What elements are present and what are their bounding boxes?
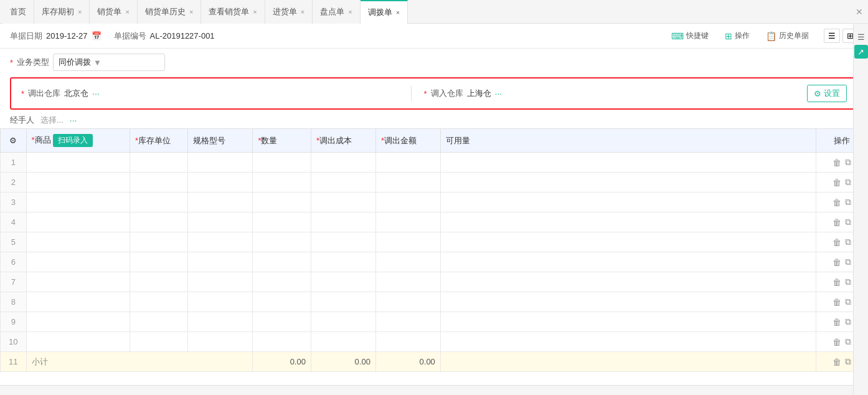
- cell-qty-4[interactable]: [253, 212, 311, 232]
- cell-qty-6[interactable]: [253, 252, 311, 272]
- sidebar-external-icon[interactable]: ↗: [854, 45, 868, 59]
- delete-icon-7[interactable]: 🗑: [833, 277, 841, 287]
- tab-sales-history-close[interactable]: ×: [189, 8, 193, 16]
- cell-available-7[interactable]: [440, 272, 816, 292]
- cell-qty-8[interactable]: [253, 292, 311, 312]
- copy-icon-2[interactable]: ⧉: [845, 177, 851, 188]
- tab-inventory-init[interactable]: 库存期初 ×: [34, 0, 90, 24]
- copy-icon-5[interactable]: ⧉: [845, 237, 851, 247]
- copy-icon-7[interactable]: ⧉: [845, 277, 851, 287]
- cell-unit-2[interactable]: [130, 173, 188, 193]
- cell-amount-10[interactable]: [375, 332, 440, 352]
- copy-icon-3[interactable]: ⧉: [845, 197, 851, 207]
- cell-qty-5[interactable]: [253, 232, 311, 252]
- tab-view-sales[interactable]: 查看销货单 ×: [201, 0, 265, 24]
- cell-amount-6[interactable]: [375, 252, 440, 272]
- cell-cost-4[interactable]: [311, 212, 375, 232]
- th-gear[interactable]: ⚙: [1, 129, 27, 153]
- cell-available-10[interactable]: [440, 332, 816, 352]
- cell-available-6[interactable]: [440, 252, 816, 272]
- tab-view-sales-close[interactable]: ×: [253, 8, 257, 16]
- tab-sales-order-close[interactable]: ×: [125, 8, 129, 16]
- delete-icon-3[interactable]: 🗑: [833, 198, 841, 207]
- cell-unit-6[interactable]: [130, 252, 188, 272]
- cell-spec-1[interactable]: [188, 153, 253, 173]
- cell-cost-1[interactable]: [311, 153, 375, 173]
- close-all-tabs[interactable]: ✕: [856, 7, 863, 17]
- cell-spec-4[interactable]: [188, 212, 253, 232]
- cell-spec-2[interactable]: [188, 173, 253, 193]
- warehouse-in-more[interactable]: ···: [495, 88, 502, 98]
- subtotal-copy-icon[interactable]: ⧉: [845, 356, 851, 367]
- cell-qty-1[interactable]: [253, 153, 311, 173]
- copy-icon-1[interactable]: ⧉: [845, 157, 851, 168]
- cell-unit-5[interactable]: [130, 232, 188, 252]
- cell-cost-9[interactable]: [311, 312, 375, 332]
- cell-product-4[interactable]: [26, 212, 130, 232]
- cell-qty-3[interactable]: [253, 193, 311, 212]
- cell-amount-4[interactable]: [375, 212, 440, 232]
- cell-cost-7[interactable]: [311, 272, 375, 292]
- delete-icon-8[interactable]: 🗑: [833, 297, 841, 307]
- cell-cost-2[interactable]: [311, 173, 375, 193]
- settings-button[interactable]: ⚙ 设置: [807, 85, 847, 102]
- cell-spec-7[interactable]: [188, 272, 253, 292]
- cell-amount-1[interactable]: [375, 153, 440, 173]
- sidebar-list-icon[interactable]: ☰: [854, 30, 868, 44]
- cell-product-6[interactable]: [26, 252, 130, 272]
- cell-spec-3[interactable]: [188, 193, 253, 212]
- delete-icon-6[interactable]: 🗑: [833, 257, 841, 267]
- cell-cost-8[interactable]: [311, 292, 375, 312]
- tab-inventory-init-close[interactable]: ×: [78, 8, 82, 16]
- person-more[interactable]: ···: [70, 115, 77, 125]
- copy-icon-4[interactable]: ⧉: [845, 217, 851, 227]
- cell-amount-5[interactable]: [375, 232, 440, 252]
- tab-transfer-close[interactable]: ×: [396, 9, 400, 16]
- cell-unit-8[interactable]: [130, 292, 188, 312]
- cell-spec-6[interactable]: [188, 252, 253, 272]
- subtotal-delete-icon[interactable]: 🗑: [833, 357, 841, 367]
- cell-product-10[interactable]: [26, 332, 130, 352]
- warehouse-out-more[interactable]: ···: [92, 88, 100, 98]
- copy-icon-10[interactable]: ⧉: [845, 336, 851, 347]
- tab-inventory-count[interactable]: 盘点单 ×: [313, 0, 360, 24]
- tab-purchase-order[interactable]: 进货单 ×: [265, 0, 313, 24]
- cell-amount-8[interactable]: [375, 292, 440, 312]
- cell-unit-9[interactable]: [130, 312, 188, 332]
- delete-icon-4[interactable]: 🗑: [833, 217, 841, 227]
- tab-sales-history[interactable]: 销货单历史 ×: [138, 0, 201, 24]
- cell-qty-7[interactable]: [253, 272, 311, 292]
- cell-amount-7[interactable]: [375, 272, 440, 292]
- cell-qty-2[interactable]: [253, 173, 311, 193]
- copy-icon-6[interactable]: ⧉: [845, 257, 851, 267]
- delete-icon-2[interactable]: 🗑: [833, 178, 841, 188]
- tab-transfer[interactable]: 调拨单 ×: [361, 0, 408, 24]
- cell-amount-3[interactable]: [375, 193, 440, 212]
- cell-amount-2[interactable]: [375, 173, 440, 193]
- history-btn[interactable]: 📋 历史单据: [761, 29, 814, 43]
- cell-cost-10[interactable]: [311, 332, 375, 352]
- cell-product-7[interactable]: [26, 272, 130, 292]
- cell-available-4[interactable]: [440, 212, 816, 232]
- delete-icon-10[interactable]: 🗑: [833, 337, 841, 347]
- cell-product-3[interactable]: [26, 193, 130, 212]
- cell-product-5[interactable]: [26, 232, 130, 252]
- cell-spec-9[interactable]: [188, 312, 253, 332]
- cell-product-8[interactable]: [26, 292, 130, 312]
- cell-product-2[interactable]: [26, 173, 130, 193]
- cell-available-5[interactable]: [440, 232, 816, 252]
- cell-available-9[interactable]: [440, 312, 816, 332]
- cell-available-1[interactable]: [440, 153, 816, 173]
- operations-btn[interactable]: ⊞ 操作: [720, 29, 755, 43]
- cell-unit-1[interactable]: [130, 153, 188, 173]
- copy-icon-8[interactable]: ⧉: [845, 297, 851, 307]
- cell-qty-10[interactable]: [253, 332, 311, 352]
- cell-spec-10[interactable]: [188, 332, 253, 352]
- cell-cost-3[interactable]: [311, 193, 375, 212]
- cell-unit-3[interactable]: [130, 193, 188, 212]
- business-type-input[interactable]: 同价调拨 ▼: [53, 54, 165, 71]
- cell-cost-5[interactable]: [311, 232, 375, 252]
- layout-list-btn[interactable]: ☰: [824, 29, 840, 43]
- scan-entry-btn[interactable]: 扫码录入: [53, 134, 93, 147]
- cell-unit-7[interactable]: [130, 272, 188, 292]
